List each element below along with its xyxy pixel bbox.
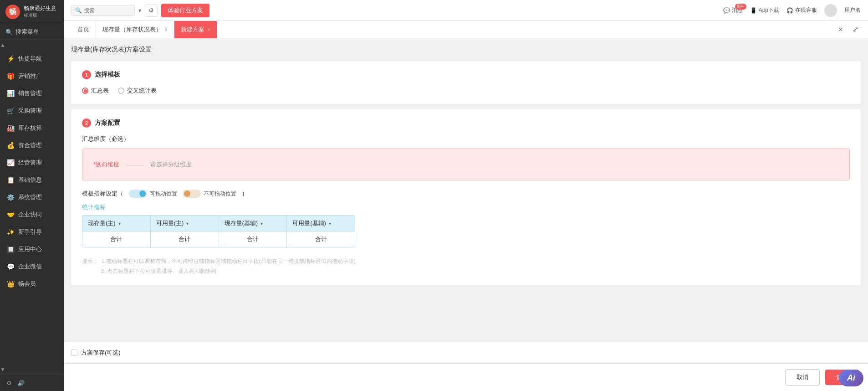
indicator-settings-suffix: ） bbox=[242, 190, 248, 198]
gear-icon: ⚙ bbox=[148, 7, 154, 14]
sidebar-scroll-down[interactable]: ▼ bbox=[0, 365, 64, 375]
radio-summary[interactable]: 汇总表 bbox=[82, 87, 109, 95]
topbar-gear-btn[interactable]: ⚙ bbox=[145, 4, 158, 17]
inventory-tab-close[interactable]: × bbox=[164, 26, 168, 33]
tab-inventory[interactable]: 现存量（库存状况表） × bbox=[96, 21, 174, 38]
sidebar-item-inventory[interactable]: 🏭 库存核算 bbox=[0, 119, 64, 137]
tip2-text: 2. 点击标题栏下拉可设置排序、插入列和删除列 bbox=[101, 268, 216, 274]
save-label: 方案保存(可选) bbox=[81, 349, 121, 357]
tip2-row: 2. 点击标题栏下拉可设置排序、插入列和删除列 bbox=[82, 267, 850, 277]
sidebar-item-finance[interactable]: 💰 资金管理 bbox=[0, 137, 64, 154]
col-2-chevron[interactable]: ▾ bbox=[260, 221, 263, 226]
sidebar-item-sales[interactable]: 📊 销售管理 bbox=[0, 85, 64, 102]
tab-new-scheme[interactable]: 新建方案 × bbox=[174, 21, 217, 38]
indicator-col-2[interactable]: 现存量(基辅) ▾ bbox=[219, 216, 287, 231]
sidebar-item-label: 营销推广 bbox=[18, 72, 42, 80]
sidebar-bottom: ⚙ 🔊 bbox=[0, 375, 64, 391]
toggle-not-draggable[interactable]: 不可拖动位置 bbox=[183, 190, 236, 198]
sidebar-item-wechat[interactable]: 💬 企业微信 bbox=[0, 258, 64, 275]
indicator-table: 现存量(主) ▾ 可用量(主) ▾ 现存量(基辅) ▾ 可用量(基辅) bbox=[82, 215, 355, 247]
message-icon: 💬 bbox=[723, 7, 730, 14]
col-2-label: 现存量(基辅) bbox=[225, 219, 258, 227]
sidebar-item-operation[interactable]: 📈 经营管理 bbox=[0, 154, 64, 171]
online-service-btn[interactable]: 🎧 在线客服 bbox=[786, 6, 817, 14]
settings-icon[interactable]: ⚙ bbox=[6, 380, 12, 386]
indicator-cell-2: 合计 bbox=[219, 232, 287, 247]
indicator-table-header: 现存量(主) ▾ 可用量(主) ▾ 现存量(基辅) ▾ 可用量(基辅) bbox=[82, 216, 355, 231]
sidebar-item-corp[interactable]: 🤝 企业协同 bbox=[0, 206, 64, 223]
topbar-dropdown-btn[interactable]: ▾ bbox=[138, 7, 141, 14]
indicator-table-body: 合计 合计 合计 合计 bbox=[82, 231, 355, 247]
sidebar-item-member[interactable]: 👑 畅会员 bbox=[0, 275, 64, 293]
sidebar-nav: ⚡ 快捷导航 🎁 营销推广 📊 销售管理 🛒 采购管理 🏭 库存核算 💰 资金管… bbox=[0, 50, 64, 365]
window-expand-btn[interactable]: ⤢ bbox=[850, 24, 861, 35]
app-download-btn[interactable]: 📱 App下载 bbox=[750, 6, 779, 14]
industry-btn[interactable]: 体验行业方案 bbox=[161, 4, 209, 17]
sidebar-item-system[interactable]: ⚙️ 系统管理 bbox=[0, 189, 64, 206]
sidebar-item-marketing[interactable]: 🎁 营销推广 bbox=[0, 67, 64, 85]
indicator-settings-row: 模板指标设定（ 可拖动位置 不可拖动位置 ） bbox=[82, 190, 850, 198]
sidebar-item-purchase[interactable]: 🛒 采购管理 bbox=[0, 102, 64, 119]
col-1-chevron[interactable]: ▾ bbox=[186, 221, 189, 226]
radio-cross-label: 交叉统计表 bbox=[127, 87, 157, 95]
sound-icon[interactable]: 🔊 bbox=[17, 380, 25, 386]
save-checkbox[interactable] bbox=[71, 350, 77, 356]
step1-heading: 1 选择模板 bbox=[82, 70, 850, 79]
col-3-chevron[interactable]: ▾ bbox=[329, 221, 331, 226]
app-subtitle: 标准版 bbox=[24, 12, 56, 19]
sales-icon: 📊 bbox=[6, 89, 15, 98]
username-label: 用户名 bbox=[844, 6, 861, 14]
ai-badge[interactable]: Ai bbox=[839, 370, 863, 386]
inventory-icon: 🏭 bbox=[6, 124, 15, 132]
system-icon: ⚙️ bbox=[6, 193, 15, 201]
topbar: 🔍 ▾ ⚙ 体验行业方案 💬 消息 99+ 📱 App下载 🎧 在线客服 bbox=[64, 0, 868, 21]
toggle-draggable[interactable]: 可拖动位置 bbox=[129, 190, 177, 198]
radio-cross-circle bbox=[118, 87, 124, 94]
topbar-search-box[interactable]: 🔍 bbox=[71, 5, 135, 16]
indicator-cell-1: 合计 bbox=[151, 232, 219, 247]
page-content: 现存量(库存状况表)方案设置 1 选择模板 汇总表 交叉统计表 bbox=[64, 38, 868, 342]
sidebar-item-guide[interactable]: ✨ 新手引导 bbox=[0, 223, 64, 241]
radio-cross[interactable]: 交叉统计表 bbox=[118, 87, 157, 95]
app-download-label: App下载 bbox=[759, 6, 779, 14]
message-badge: 99+ bbox=[735, 4, 746, 10]
step2-label: 方案配置 bbox=[95, 119, 120, 127]
user-avatar bbox=[824, 4, 837, 17]
dimension-row[interactable]: *纵向维度 —— 请选择分组维度 bbox=[82, 149, 850, 180]
sidebar-item-label: 库存核算 bbox=[18, 124, 42, 132]
toggle-draggable-label: 可拖动位置 bbox=[150, 190, 177, 198]
indicator-col-1[interactable]: 可用量(主) ▾ bbox=[151, 216, 219, 231]
operation-icon: 📈 bbox=[6, 159, 15, 167]
sidebar-item-label: 新手引导 bbox=[18, 228, 42, 236]
online-service-label: 在线客服 bbox=[795, 6, 817, 14]
indicator-cell-0: 合计 bbox=[82, 232, 151, 247]
sidebar-scroll-up[interactable]: ▲ bbox=[0, 40, 64, 50]
sidebar-item-quick-nav[interactable]: ⚡ 快捷导航 bbox=[0, 50, 64, 67]
sidebar-item-apps[interactable]: 🔲 应用中心 bbox=[0, 241, 64, 258]
search-icon: 🔍 bbox=[5, 29, 13, 36]
tab-home[interactable]: 首页 bbox=[71, 21, 96, 38]
sidebar-item-label: 企业协同 bbox=[18, 211, 42, 219]
sidebar-item-label: 经营管理 bbox=[18, 159, 42, 167]
window-close-btn[interactable]: × bbox=[835, 24, 846, 35]
indicator-col-3[interactable]: 可用量(基辅) ▾ bbox=[287, 216, 355, 231]
indicator-col-0[interactable]: 现存量(主) ▾ bbox=[82, 216, 151, 231]
search-icon: 🔍 bbox=[75, 7, 82, 14]
sidebar-item-basic[interactable]: 📋 基础信息 bbox=[0, 171, 64, 189]
member-icon: 👑 bbox=[6, 280, 15, 288]
indicator-settings-label: 模板指标设定（ bbox=[82, 190, 123, 198]
topbar-right: 💬 消息 99+ 📱 App下载 🎧 在线客服 用户名 bbox=[723, 4, 861, 17]
cancel-button[interactable]: 取消 bbox=[785, 369, 820, 386]
indicator-cell-3: 合计 bbox=[287, 232, 355, 247]
home-tab-label: 首页 bbox=[77, 26, 89, 34]
step1-card: 1 选择模板 汇总表 交叉统计表 bbox=[71, 61, 861, 104]
sidebar-item-label: 企业微信 bbox=[18, 262, 42, 271]
col-3-label: 可用量(基辅) bbox=[292, 219, 326, 227]
sidebar-logo: 畅 畅康通好生意 标准版 bbox=[0, 0, 64, 24]
message-btn[interactable]: 💬 消息 99+ bbox=[723, 6, 743, 14]
topbar-search-input[interactable] bbox=[84, 7, 129, 14]
col-0-chevron[interactable]: ▾ bbox=[118, 221, 121, 226]
sidebar-search[interactable]: 🔍 搜索菜单 bbox=[0, 24, 64, 40]
new-tab-close[interactable]: × bbox=[207, 26, 210, 33]
radio-summary-label: 汇总表 bbox=[91, 87, 109, 95]
